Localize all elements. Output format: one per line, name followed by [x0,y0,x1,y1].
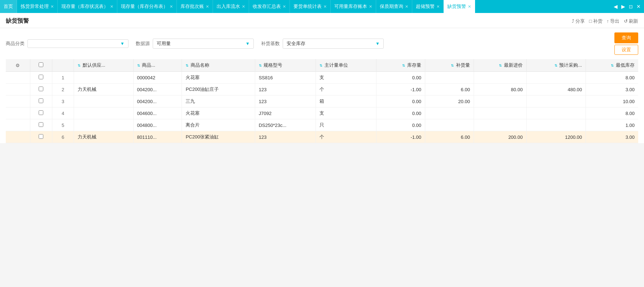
row-cell: 123 [255,96,316,107]
close-summary-tab[interactable]: ✕ [283,4,286,9]
row-cell [526,119,586,131]
close-batch-tab[interactable]: ✕ [206,4,209,9]
row-checkbox[interactable] [39,122,43,127]
nav-tab-inventory-status[interactable]: 现存量（库存状况表） ✕ [58,0,117,13]
nav-next-button[interactable]: ▶ [619,3,627,10]
query-button[interactable]: 查询 [614,32,638,43]
row-cell [6,131,30,143]
th-num [52,59,74,72]
row-cell [6,84,30,96]
table-container: ⚙ ⇅ 默认供应... ⇅ 商品... ⇅ [0,59,644,143]
row-cell: 1200.00 [526,131,586,143]
row-cell [74,96,133,107]
row-cell [474,96,526,107]
row-cell [74,107,133,119]
row-cell [425,107,474,119]
row-cell: 个 [316,131,377,143]
row-cell: 火花塞 [182,72,255,84]
th-est-purchase[interactable]: ⇅ 预计采购... [526,59,586,72]
sort-min-icon: ⇅ [611,63,614,67]
nav-tab-inventory-dist[interactable]: 现存量（库存分布表） ✕ [117,0,177,13]
sort-price-icon: ⇅ [499,63,502,67]
replenish-button[interactable]: □ 补货 [589,18,602,25]
row-cell: SS816 [255,72,316,84]
row-cell: 0.00 [377,96,425,107]
row-checkbox[interactable] [39,75,43,79]
th-code[interactable]: ⇅ 商品... [133,59,182,72]
sort-est-icon: ⇅ [554,63,557,67]
replenish-select[interactable]: 安全库存 ▼ [283,39,384,49]
close-picking-tab[interactable]: ✕ [51,4,54,9]
close-expiry-tab[interactable]: ✕ [405,4,408,9]
nav-tab-overstock[interactable]: 超储预警 ✕ [412,0,444,13]
nav-tab-inout[interactable]: 出入库流水 ✕ [213,0,249,13]
nav-tab-demand[interactable]: 要货单统计表 ✕ [290,0,331,13]
nav-restore-button[interactable]: ⊡ [627,3,635,10]
th-spec[interactable]: ⇅ 规格型号 [255,59,316,72]
row-cell: 1 [52,72,74,84]
th-check[interactable] [30,59,52,72]
refresh-button[interactable]: ↺ 刷新 [624,18,638,25]
category-select[interactable]: ▼ [27,39,129,48]
close-shortage-tab[interactable]: ✕ [468,4,471,9]
nav-tab-shortage[interactable]: 缺货预警 ✕ [444,0,475,13]
datasource-select[interactable]: 可用量 ▼ [153,39,254,49]
row-cell: 0.00 [377,72,425,84]
sort-supplier-icon: ⇅ [78,63,80,67]
th-unit[interactable]: ⇅ 主计量单位 [316,59,377,72]
nav-prev-button[interactable]: ◀ [612,3,619,10]
row-cell [474,72,526,84]
row-cell: -1.00 [377,131,425,143]
sort-code-icon: ⇅ [137,63,140,67]
row-cell: PC200张紧油缸 [182,131,255,143]
row-cell: 力天机械 [74,84,133,96]
th-replenish[interactable]: ⇅ 补货量 [425,59,474,72]
share-button[interactable]: ⤴ 分享 [572,18,585,25]
row-check-cell [30,84,52,96]
nav-tab-available[interactable]: 可用量库存账本 ✕ [331,0,376,13]
sort-stock-icon: ⇅ [402,63,405,67]
nav-tab-picking[interactable]: 拣货异常处理 ✕ [17,0,58,13]
close-overstock-tab[interactable]: ✕ [436,4,440,9]
settings-button[interactable]: 设置 [614,45,638,55]
row-cell [474,107,526,119]
share-icon: ⤴ [572,18,574,24]
th-min-stock[interactable]: ⇅ 最低库存 [586,59,638,72]
th-name[interactable]: ⇅ 商品名称 [182,59,255,72]
close-available-tab[interactable]: ✕ [369,4,372,9]
row-checkbox[interactable] [39,98,43,103]
nav-tab-home[interactable]: 首页 [0,0,17,13]
row-check-cell [30,119,52,131]
close-inventory-dist-tab[interactable]: ✕ [170,4,173,9]
nav-tab-summary[interactable]: 收发存汇总表 ✕ [249,0,290,13]
row-cell: 2 [52,84,74,96]
th-price[interactable]: ⇅ 最新进价 [474,59,526,72]
row-checkbox[interactable] [39,87,43,91]
export-button[interactable]: ↑ 导出 [607,18,620,25]
table-header: ⚙ ⇅ 默认供应... ⇅ 商品... ⇅ [6,59,638,72]
table-row: 4004600...火花塞J7092支0.008.00 [6,107,638,119]
nav-tab-batch[interactable]: 库存批次账 ✕ [177,0,213,13]
row-cell: 8.00 [586,107,638,119]
row-cell [6,107,30,119]
gear-icon: ⚙ [16,63,20,68]
row-cell: J7092 [255,107,316,119]
replenish-filter-group: 补货基数 安全库存 ▼ [261,39,384,49]
row-cell: 6 [52,131,74,143]
th-supplier[interactable]: ⇅ 默认供应... [74,59,133,72]
close-inventory-status-tab[interactable]: ✕ [110,4,113,9]
nav-close-button[interactable]: ✕ [635,3,643,10]
sort-name-icon: ⇅ [186,63,188,67]
table-row: 3004200...三九123箱0.0020.0010.00 [6,96,638,107]
nav-tab-expiry[interactable]: 保质期查询 ✕ [376,0,412,13]
close-inout-tab[interactable]: ✕ [242,4,245,9]
close-demand-tab[interactable]: ✕ [323,4,327,9]
row-checkbox[interactable] [39,110,43,115]
th-stock[interactable]: ⇅ 库存量 [377,59,425,72]
select-all-checkbox[interactable] [39,62,43,67]
row-check-cell [30,72,52,84]
row-cell: 123 [255,131,316,143]
row-cell: 支 [316,72,377,84]
row-checkbox[interactable] [39,134,43,139]
th-settings[interactable]: ⚙ [6,59,30,72]
